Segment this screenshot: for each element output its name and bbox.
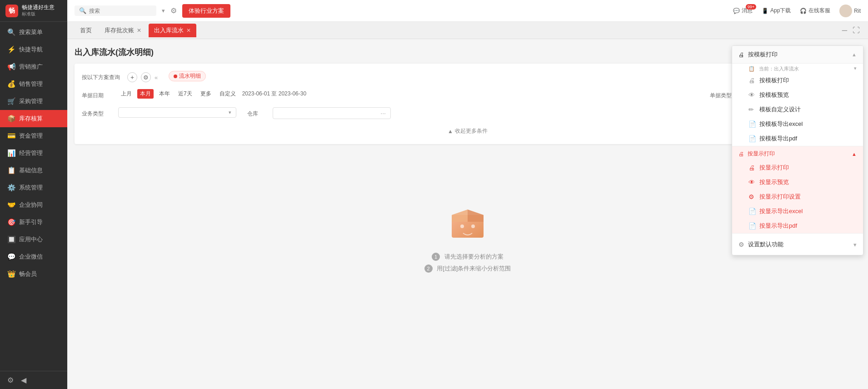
excel-item-icon: 📄 xyxy=(748,120,756,128)
date-shortcuts: 上月 本月 本年 近7天 更多 自定义 xyxy=(118,89,239,99)
dropdown-item-template-export-pdf[interactable]: 📄 按模板导出pdf xyxy=(732,131,863,146)
sidebar-collapse-icon[interactable]: ◀ xyxy=(21,376,26,384)
sidebar-item-enterprise-wechat[interactable]: 💬 企业微信 xyxy=(0,248,67,265)
date-shortcut-more[interactable]: 更多 xyxy=(198,89,214,99)
tab-inventory-batch-close[interactable]: ✕ xyxy=(137,27,141,34)
svg-point-4 xyxy=(471,224,475,228)
display-print-icon: 🖨 xyxy=(748,164,756,171)
doc-type-label: 单据类型 xyxy=(710,89,732,102)
sidebar-nav: 🔍 搜索菜单 ⚡ 快捷导航 📢 营销推广 💰 销售管理 🛒 采购管理 📦 库存核… xyxy=(0,22,67,371)
tabs-maximize-icon[interactable]: ⛶ xyxy=(852,25,861,35)
dropdown-item-template-print[interactable]: 🖨 按模板打印 xyxy=(732,73,863,88)
search-bar[interactable]: 🔍 xyxy=(75,5,156,16)
dropdown-item-display-print-settings[interactable]: ⚙ 按显示打印设置 xyxy=(732,190,863,204)
member-icon: 👑 xyxy=(7,270,15,278)
custom-item-icon: ✏ xyxy=(748,106,756,113)
operations-icon: 📊 xyxy=(7,149,15,157)
dropdown-collapse-button[interactable]: ▲ xyxy=(852,52,857,57)
sidebar-item-search[interactable]: 🔍 搜索菜单 xyxy=(0,24,67,41)
filter-collapse-icon[interactable]: « xyxy=(155,74,158,81)
trial-button[interactable]: 体验行业方案 xyxy=(182,4,230,18)
set-default-icon: ⚙ xyxy=(738,241,744,248)
pdf-item-icon: 📄 xyxy=(748,135,756,142)
dropdown-item-display-export-pdf[interactable]: 📄 按显示导出pdf xyxy=(732,219,863,233)
date-shortcut-this-year[interactable]: 本年 xyxy=(156,89,173,99)
tab-inventory-flow[interactable]: 出入库流水 ✕ xyxy=(149,24,196,37)
dropdown-current-label: 📋 当前：出入库流水 ▾ xyxy=(732,64,863,73)
date-shortcut-7days[interactable]: 近7天 xyxy=(175,89,195,99)
search-bar-icon: 🔍 xyxy=(79,7,86,14)
sidebar-item-app-center[interactable]: 🔲 应用中心 xyxy=(0,231,67,248)
sales-icon: 💰 xyxy=(7,80,15,88)
date-shortcut-last-month[interactable]: 上月 xyxy=(118,89,135,99)
tab-inventory-flow-close[interactable]: ✕ xyxy=(186,27,191,34)
warehouse-label: 仓库 xyxy=(247,107,258,120)
sidebar-item-quick-nav[interactable]: ⚡ 快捷导航 xyxy=(0,41,67,58)
sidebar-item-inventory[interactable]: 📦 库存核算 xyxy=(0,110,67,127)
display-settings-icon: ⚙ xyxy=(748,193,756,200)
user-profile[interactable]: Rit xyxy=(839,5,861,17)
dropdown-set-default-button[interactable]: ⚙ 设置默认功能 ▾ xyxy=(738,237,857,252)
finance-icon: 💳 xyxy=(7,132,15,140)
tab-home[interactable]: 首页 xyxy=(75,24,97,37)
message-button[interactable]: 💬 消息 99+ xyxy=(733,7,753,15)
quick-nav-icon: ⚡ xyxy=(7,45,15,54)
date-shortcut-custom[interactable]: 自定义 xyxy=(217,89,239,99)
sidebar-item-marketing[interactable]: 📢 营销推广 xyxy=(0,58,67,75)
display-section-arrow[interactable]: ▲ xyxy=(852,151,857,157)
svg-point-3 xyxy=(460,224,464,228)
dropdown-header: 🖨 按模板打印 ▲ xyxy=(732,46,863,64)
dropdown-item-template-export-excel[interactable]: 📄 按模板导出excel xyxy=(732,117,863,131)
warehouse-more-icon[interactable]: ··· xyxy=(380,110,386,117)
dropdown-item-display-export-excel[interactable]: 📄 按显示导出excel xyxy=(732,204,863,219)
guide-icon: 🎯 xyxy=(7,218,15,226)
dropdown-section-template: 🖨 按模板打印 👁 按模板预览 ✏ 模板自定义设计 📄 按模板导出excel 📄… xyxy=(732,73,863,146)
sidebar-item-purchase[interactable]: 🛒 采购管理 xyxy=(0,93,67,110)
app-center-icon: 🔲 xyxy=(7,235,15,244)
sidebar-item-sales[interactable]: 💰 销售管理 xyxy=(0,75,67,93)
dropdown-section-display: 🖨 按显示打印 ▲ 🖨 按显示打印 👁 按显示预览 ⚙ 按显示打印设置 📄 按显… xyxy=(732,146,863,234)
date-shortcut-this-month[interactable]: 本月 xyxy=(137,89,154,99)
header-dropdown-icon[interactable]: ▾ xyxy=(162,7,165,14)
footer-arrow-icon: ▾ xyxy=(853,241,857,248)
dropdown-item-display-print[interactable]: 🖨 按显示打印 xyxy=(732,160,863,175)
top-header: 🔍 ▾ ⚙ 体验行业方案 💬 消息 99+ 📱 App下载 🎧 在线客服 xyxy=(67,0,868,22)
sidebar-settings-icon[interactable]: ⚙ xyxy=(7,376,14,384)
search-input[interactable] xyxy=(89,8,148,14)
business-type-select[interactable]: ▾ xyxy=(118,107,236,118)
sidebar-item-cooperation[interactable]: 🤝 企业协同 xyxy=(0,196,67,214)
header-settings-icon[interactable]: ⚙ xyxy=(170,6,177,15)
warehouse-select[interactable]: ··· xyxy=(273,107,391,119)
sidebar-item-system[interactable]: ⚙️ 系统管理 xyxy=(0,179,67,196)
sidebar-item-finance[interactable]: 💳 资金管理 xyxy=(0,127,67,145)
enterprise-wechat-icon: 💬 xyxy=(7,253,15,261)
sidebar: 畅 畅捷通好生意 标准版 🔍 搜索菜单 ⚡ 快捷导航 📢 营销推广 💰 销售管理… xyxy=(0,0,67,389)
dropdown-scroll: 🖨 按模板打印 ▲ 📋 当前：出入库流水 ▾ 🖨 按模板打印 👁 按模板预览 ✏… xyxy=(732,46,863,255)
dropdown-footer: ⚙ 设置默认功能 ▾ xyxy=(732,234,863,255)
tabs-minimize-icon[interactable]: ─ xyxy=(841,25,848,35)
user-avatar xyxy=(839,5,852,17)
logo-text: 畅捷通好生意 标准版 xyxy=(22,4,55,18)
sidebar-item-basics[interactable]: 📋 基础信息 xyxy=(0,162,67,179)
print-item-icon: 🖨 xyxy=(748,77,756,84)
empty-icon xyxy=(440,197,495,244)
sidebar-item-member[interactable]: 👑 畅会员 xyxy=(0,265,67,283)
dropdown-item-template-preview[interactable]: 👁 按模板预览 xyxy=(732,88,863,102)
display-excel-icon: 📄 xyxy=(748,208,756,215)
filter-condition-label: 按以下方案查询 xyxy=(82,71,120,84)
date-label: 单据日期 xyxy=(82,89,104,102)
online-service-button[interactable]: 🎧 在线客服 xyxy=(800,7,830,15)
filter-settings-icon[interactable]: ⚙ xyxy=(141,72,151,82)
filter-add-button[interactable]: + xyxy=(127,72,137,82)
sidebar-item-operations[interactable]: 📊 经营管理 xyxy=(0,145,67,162)
dropdown-item-template-custom[interactable]: ✏ 模板自定义设计 xyxy=(732,102,863,117)
tab-inventory-batch[interactable]: 库存批次账 ✕ xyxy=(99,24,147,37)
sidebar-item-guide[interactable]: 🎯 新手引导 xyxy=(0,214,67,231)
header-right: 💬 消息 99+ 📱 App下载 🎧 在线客服 Rit xyxy=(733,5,861,17)
dropdown-item-display-preview[interactable]: 👁 按显示预览 xyxy=(732,175,863,190)
app-download-button[interactable]: 📱 App下载 xyxy=(762,7,791,15)
svg-marker-2 xyxy=(468,209,484,222)
dropdown-panel: 🖨 按模板打印 ▲ 📋 当前：出入库流水 ▾ 🖨 按模板打印 👁 按模板预览 ✏… xyxy=(732,45,863,255)
dropdown-display-section-header[interactable]: 🖨 按显示打印 ▲ xyxy=(732,146,863,160)
sidebar-bottom: ⚙ ◀ xyxy=(0,371,67,389)
